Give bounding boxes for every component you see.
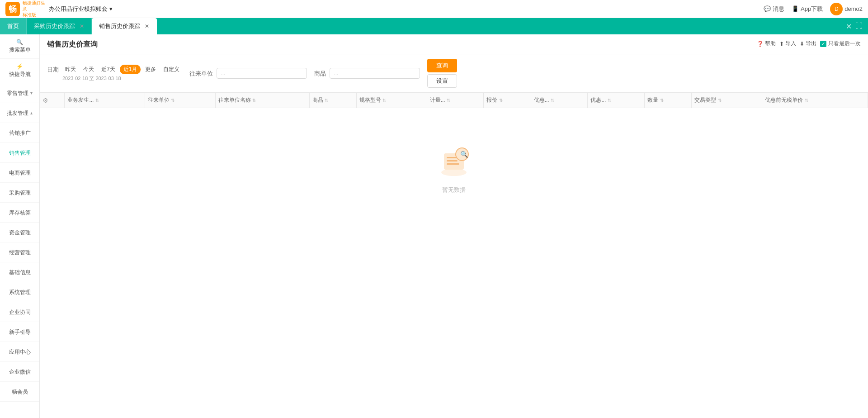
th-settings[interactable]: ⚙	[40, 93, 65, 108]
th-spec[interactable]: 规格型号 ⇅	[356, 93, 427, 108]
sidebar-item-sales[interactable]: 销售管理	[0, 143, 39, 163]
th-quote[interactable]: 报价 ⇅	[484, 93, 531, 108]
sidebar-item-appstore[interactable]: 应用中心	[0, 342, 39, 362]
sidebar-item-retail[interactable]: 零售管理 ▾	[0, 83, 39, 103]
sidebar-item-enterprise[interactable]: 企业协同	[0, 302, 39, 322]
dropdown-icon: ▾	[109, 5, 113, 12]
sort-icon-spec: ⇅	[382, 98, 386, 103]
logo-area: 畅 畅捷通好生意 标准版	[5, 0, 45, 18]
close-all-tabs-button[interactable]: ✕	[846, 22, 852, 31]
message-button[interactable]: 💬 消息	[764, 5, 784, 13]
sidebar-item-wholesale[interactable]: 批发管理 ▴	[0, 103, 39, 123]
sort-icon-biz-date: ⇅	[95, 98, 99, 103]
table-header: ⚙ 业务发生... ⇅ 往来单位 ⇅ 往来单位名称 ⇅	[40, 93, 868, 108]
date-btn-7days[interactable]: 近7天	[99, 65, 118, 74]
th-trade-type[interactable]: 交易类型 ⇅	[692, 93, 762, 108]
wholesale-expand-icon: ▴	[30, 110, 33, 115]
settings-button[interactable]: 设置	[427, 74, 457, 88]
only-last-checkbox-label[interactable]: ✓ 只看最后一次	[820, 40, 861, 48]
help-icon: ❓	[757, 41, 764, 47]
th-unit-name[interactable]: 往来单位名称 ⇅	[215, 93, 309, 108]
th-discount2[interactable]: 优惠... ⇅	[588, 93, 645, 108]
retail-expand-icon: ▾	[30, 90, 33, 95]
sort-icon-discount2: ⇅	[608, 98, 611, 103]
search-icon: 🔍	[16, 39, 23, 45]
download-icon: 📱	[792, 5, 799, 12]
th-pretax-price[interactable]: 优惠前无税单价 ⇅	[762, 93, 868, 108]
sidebar-item-search[interactable]: 🔍 搜索菜单	[0, 34, 39, 59]
tab-actions: ✕ ⛶	[840, 22, 868, 31]
close-sales-tab-button[interactable]: ✕	[145, 23, 149, 29]
close-purchase-tab-button[interactable]: ✕	[80, 23, 84, 29]
app-selector[interactable]: 办公用品行业模拟账套 ▾	[49, 5, 113, 13]
date-btn-1month[interactable]: 近1月	[120, 65, 141, 74]
svg-rect-3	[447, 160, 458, 162]
sort-icon-goods: ⇅	[325, 98, 328, 103]
sidebar-item-operations[interactable]: 经营管理	[0, 242, 39, 262]
svg-text:🔍: 🔍	[460, 151, 468, 158]
date-btn-today[interactable]: 今天	[80, 65, 97, 74]
sort-icon-trade-type: ⇅	[718, 98, 722, 103]
settings-gear-icon[interactable]: ⚙	[42, 97, 48, 104]
filter-area: 日期 昨天 今天 近7天 近1月 更多 自定义 2023-02-18 至 202…	[40, 54, 868, 93]
sidebar-item-quicknav[interactable]: ⚡ 快捷导航	[0, 59, 39, 83]
from-unit-input[interactable]: ...	[217, 68, 307, 79]
th-unit-code[interactable]: 往来单位 ⇅	[145, 93, 215, 108]
date-btn-custom[interactable]: 自定义	[160, 65, 182, 74]
only-last-checkbox[interactable]: ✓	[820, 41, 826, 47]
import-icon: ⬆	[779, 41, 784, 47]
sort-icon-unit: ⇅	[447, 98, 450, 103]
sidebar-item-inventory[interactable]: 库存核算	[0, 203, 39, 223]
maximize-button[interactable]: ⛶	[855, 22, 863, 30]
th-discount1[interactable]: 优惠... ⇅	[531, 93, 588, 108]
sidebar-item-ecommerce[interactable]: 电商管理	[0, 163, 39, 183]
date-btn-more[interactable]: 更多	[142, 65, 159, 74]
th-qty[interactable]: 数量 ⇅	[645, 93, 692, 108]
top-bar: 畅 畅捷通好生意 标准版 办公用品行业模拟账套 ▾ 💬 消息 📱 App下载 D…	[0, 0, 868, 18]
help-button[interactable]: ❓ 帮助	[757, 40, 776, 48]
logo-text: 畅捷通好生意 标准版	[23, 0, 45, 18]
goods-input[interactable]: ...	[330, 68, 420, 79]
sort-icon-unit-code: ⇅	[171, 98, 175, 103]
th-biz-date[interactable]: 业务发生... ⇅	[65, 93, 145, 108]
sort-icon-discount1: ⇅	[551, 98, 554, 103]
th-unit[interactable]: 计量... ⇅	[427, 93, 484, 108]
th-goods[interactable]: 商品 ⇅	[309, 93, 356, 108]
export-icon: ⬇	[800, 41, 804, 47]
tab-home[interactable]: 首页	[0, 18, 27, 34]
sidebar-item-purchase[interactable]: 采购管理	[0, 183, 39, 203]
export-button[interactable]: ⬇ 导出	[800, 40, 816, 48]
sidebar-item-guide[interactable]: 新手引导	[0, 322, 39, 342]
logo-icon: 畅	[5, 2, 20, 16]
sidebar-item-wechat[interactable]: 企业微信	[0, 362, 39, 382]
quicknav-icon: ⚡	[16, 63, 23, 70]
empty-state-icon: 🔍	[436, 144, 472, 180]
date-btn-yesterday[interactable]: 昨天	[62, 65, 79, 74]
page-actions: ❓ 帮助 ⬆ 导入 ⬇ 导出 ✓ 只看最后一次	[757, 40, 861, 48]
date-filter-group: 日期 昨天 今天 近7天 近1月 更多 自定义 2023-02-18 至 202…	[47, 65, 182, 82]
top-bar-right: 💬 消息 📱 App下载 D demo2	[764, 3, 863, 15]
avatar: D	[830, 3, 843, 15]
sidebar-item-member[interactable]: 畅会员	[0, 382, 39, 402]
date-buttons: 昨天 今天 近7天 近1月 更多 自定义	[62, 65, 182, 74]
import-button[interactable]: ⬆ 导入	[779, 40, 796, 48]
sidebar-item-marketing[interactable]: 营销推广	[0, 123, 39, 143]
tab-purchase-history[interactable]: 采购历史价跟踪 ✕	[27, 18, 92, 34]
empty-text: 暂无数据	[442, 186, 466, 194]
sidebar-item-finance[interactable]: 资金管理	[0, 223, 39, 242]
sidebar-item-system[interactable]: 系统管理	[0, 282, 39, 302]
sidebar-item-basic[interactable]: 基础信息	[0, 262, 39, 282]
user-menu[interactable]: D demo2	[830, 3, 863, 15]
tab-bar: 首页 采购历史价跟踪 ✕ 销售历史价跟踪 ✕ ✕ ⛶	[0, 18, 868, 34]
query-button[interactable]: 查询	[427, 59, 457, 72]
app-download-button[interactable]: 📱 App下载	[792, 5, 823, 13]
content-area: 销售历史价查询 ❓ 帮助 ⬆ 导入 ⬇ 导出 ✓	[40, 34, 868, 418]
page-header: 销售历史价查询 ❓ 帮助 ⬆ 导入 ⬇ 导出 ✓	[40, 34, 868, 54]
filter-dates: 昨天 今天 近7天 近1月 更多 自定义 2023-02-18 至 2023-0…	[62, 65, 182, 82]
top-bar-left: 畅 畅捷通好生意 标准版 办公用品行业模拟账套 ▾	[5, 0, 113, 18]
empty-state: 🔍 暂无数据	[40, 108, 868, 230]
tab-sales-history[interactable]: 销售历史价跟踪 ✕	[92, 18, 157, 34]
message-icon: 💬	[764, 5, 771, 12]
main-area: 🔍 搜索菜单 ⚡ 快捷导航 零售管理 ▾ 批发管理 ▴ 营销推广 销售管理 电商…	[0, 34, 868, 418]
svg-point-0	[441, 169, 467, 176]
